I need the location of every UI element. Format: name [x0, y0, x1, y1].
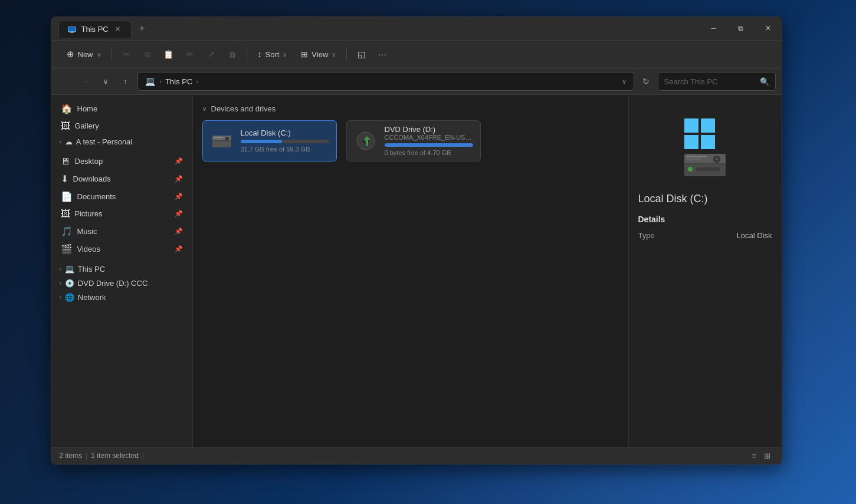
- svg-rect-11: [684, 118, 698, 133]
- sidebar-item-pictures[interactable]: 🖼 Pictures 📌: [54, 206, 190, 222]
- drive-d-bar: [385, 143, 473, 147]
- svg-rect-7: [212, 140, 231, 141]
- dvd-drive-icon: [354, 129, 378, 153]
- status-bar: 2 items | 1 item selected | ≡ ⊞: [51, 447, 782, 464]
- maximize-button[interactable]: ⧉: [727, 17, 755, 40]
- minimize-button[interactable]: ─: [700, 17, 727, 40]
- devices-section-header[interactable]: ∨ Devices and drives: [202, 104, 619, 113]
- toolbar-separator-3: [346, 47, 347, 61]
- tab-label: This PC: [81, 25, 109, 34]
- status-sep-1: |: [86, 452, 87, 460]
- cut-icon: ✂: [122, 49, 130, 60]
- breadcrumb-chevron-1: ›: [160, 78, 162, 85]
- copy-button[interactable]: ⧉: [138, 45, 157, 64]
- address-dropdown-icon[interactable]: ∨: [622, 78, 627, 85]
- new-button[interactable]: ⊕ New ∨: [61, 45, 107, 63]
- hdd-illustration-icon: [681, 145, 729, 177]
- details-drive-illustration: [678, 118, 732, 172]
- new-icon: ⊕: [67, 49, 74, 60]
- title-bar: This PC ✕ + ─ ⧉ ✕: [51, 17, 782, 41]
- expand-path-button[interactable]: ∨: [97, 73, 114, 90]
- close-button[interactable]: ✕: [755, 17, 782, 40]
- home-icon: 🏠: [61, 103, 73, 114]
- music-pin-icon: 📌: [175, 228, 183, 235]
- forward-button[interactable]: →: [77, 73, 94, 90]
- more-button[interactable]: ···: [373, 45, 392, 64]
- sidebar-item-a-test[interactable]: › ☁ A test - Personal: [54, 135, 190, 149]
- downloads-pin-icon: 📌: [175, 175, 183, 183]
- drive-d-bar-container: [385, 143, 473, 147]
- sort-chevron-icon: ∨: [283, 51, 287, 58]
- sidebar-item-dvd-drive[interactable]: › 💿 DVD Drive (D:) CCC: [54, 276, 190, 290]
- rename-button[interactable]: ✏: [181, 45, 199, 64]
- svg-point-20: [716, 158, 718, 160]
- sort-icon: ↕: [258, 50, 262, 59]
- svg-rect-12: [701, 118, 715, 133]
- back-button[interactable]: ←: [57, 73, 74, 90]
- sidebar-item-desktop[interactable]: 🖥 Desktop 📌: [54, 153, 190, 170]
- sidebar-item-videos[interactable]: 🎬 Videos 📌: [54, 241, 190, 258]
- search-placeholder: Search This PC: [664, 77, 718, 86]
- videos-icon: 🎬: [61, 243, 73, 255]
- window-controls: ─ ⧉ ✕: [700, 17, 782, 40]
- svg-rect-17: [686, 156, 707, 157]
- sidebar-item-network[interactable]: › 🌐 Network: [54, 291, 190, 304]
- gallery-icon: 🖼: [61, 121, 70, 131]
- tab-this-pc[interactable]: This PC ✕: [58, 21, 132, 38]
- breadcrumb-chevron-2: ›: [196, 78, 198, 85]
- svg-rect-23: [696, 167, 720, 171]
- pictures-pin-icon: 📌: [175, 210, 183, 218]
- drive-card-local-c[interactable]: Local Disk (C:) 31.7 GB free of 59.3 GB: [202, 120, 337, 162]
- svg-point-22: [688, 167, 693, 172]
- main-area: 🏠 Home 🖼 Gallery › ☁ A test - Personal 🖥…: [51, 95, 782, 447]
- network-sidebar-icon: 🌐: [65, 293, 74, 302]
- tab-close-button[interactable]: ✕: [113, 25, 123, 34]
- share-icon: ↗: [208, 50, 215, 59]
- breadcrumb-this-pc[interactable]: This PC: [165, 77, 192, 86]
- details-type-row: Type Local Disk: [638, 231, 772, 240]
- delete-button[interactable]: 🗑: [223, 45, 242, 64]
- new-chevron-icon: ∨: [97, 51, 101, 58]
- cut-button[interactable]: ✂: [117, 45, 136, 64]
- downloads-icon: ⬇: [61, 173, 68, 185]
- search-icon: 🔍: [760, 77, 769, 86]
- list-view-button[interactable]: ≡: [749, 450, 760, 462]
- this-pc-chevron-icon: ›: [60, 266, 61, 272]
- section-chevron-icon: ∨: [202, 106, 206, 112]
- share-button[interactable]: ↗: [202, 45, 221, 64]
- toolbar-separator-2: [247, 47, 247, 61]
- sidebar-item-home[interactable]: 🏠 Home: [54, 100, 190, 117]
- documents-icon: 📄: [61, 191, 73, 202]
- refresh-button[interactable]: ↻: [638, 73, 654, 90]
- details-button[interactable]: ◱: [352, 45, 370, 64]
- address-input[interactable]: 💻 › This PC › ∨: [137, 72, 634, 91]
- details-drive-title: Local Disk (C:): [638, 193, 708, 205]
- sidebar-item-gallery[interactable]: 🖼 Gallery: [54, 118, 190, 134]
- sort-button[interactable]: ↕ Sort ∨: [252, 46, 293, 62]
- address-bar: ← → ∨ ↑ 💻 › This PC › ∨ ↻ Search This PC…: [51, 69, 782, 95]
- a-test-chevron-icon: ›: [60, 139, 61, 145]
- music-icon: 🎵: [61, 226, 73, 237]
- this-pc-tab-icon: [67, 25, 77, 34]
- search-box[interactable]: Search This PC 🔍: [658, 72, 776, 91]
- view-button[interactable]: ⊞ View ∨: [295, 46, 342, 62]
- svg-point-5: [225, 137, 229, 140]
- a-test-icon: ☁: [65, 137, 73, 146]
- selection-count: 1 item selected: [91, 452, 139, 460]
- copy-icon: ⧉: [145, 50, 150, 60]
- sidebar-item-music[interactable]: 🎵 Music 📌: [54, 223, 190, 240]
- view-chevron-icon: ∨: [332, 51, 336, 58]
- paste-button[interactable]: 📋: [159, 45, 178, 64]
- network-chevron-icon: ›: [60, 294, 61, 301]
- up-button[interactable]: ↑: [117, 73, 134, 90]
- documents-pin-icon: 📌: [175, 193, 183, 200]
- rename-icon: ✏: [186, 50, 193, 59]
- new-tab-button[interactable]: +: [134, 20, 150, 37]
- sidebar-item-this-pc[interactable]: › 💻 This PC: [54, 262, 190, 276]
- sidebar-item-documents[interactable]: 📄 Documents 📌: [54, 188, 190, 205]
- sidebar-item-downloads[interactable]: ⬇ Downloads 📌: [54, 170, 190, 187]
- drive-c-bar-container: [241, 140, 329, 143]
- tile-view-button[interactable]: ⊞: [762, 450, 773, 462]
- drive-card-dvd-d[interactable]: DVD Drive (D:) CCCOMA_X64FRE_EN-US_DV9 0…: [346, 120, 481, 162]
- svg-rect-2: [68, 27, 76, 31]
